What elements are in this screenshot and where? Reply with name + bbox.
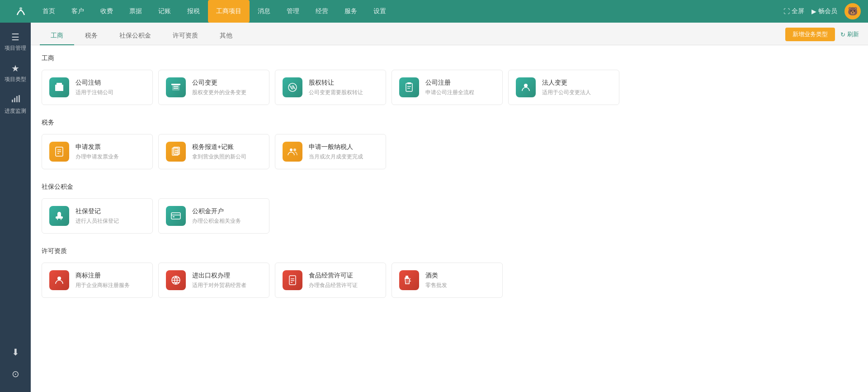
refresh-icon: ↻	[840, 31, 845, 38]
nav-item-工商项目[interactable]: 工商项目	[208, 0, 250, 23]
tab-社保公积金[interactable]: 社保公积金	[108, 27, 162, 45]
card-酒类[interactable]: 酒类零售批发	[392, 263, 503, 298]
sidebar-item-project-management[interactable]: ☰ 项目管理	[0, 26, 31, 57]
nav-item-经营[interactable]: 经营	[307, 0, 336, 23]
nav-item-票据[interactable]: 票据	[121, 0, 150, 23]
tabs-right: 新增业务类型 ↻ 刷新	[785, 28, 859, 41]
tab-其他[interactable]: 其他	[209, 27, 243, 45]
svg-rect-42	[406, 276, 408, 277]
tab-税务[interactable]: 税务	[74, 27, 108, 45]
svg-rect-38	[289, 276, 296, 285]
section-税务: 税务申请发票办理申请发票业务税务报道+记账拿到营业执照的新公司申请一般纳税人当月…	[42, 119, 857, 169]
sidebar-download-button[interactable]: ⬇	[0, 341, 31, 363]
card-desc: 当月或次月成变更完成	[309, 153, 363, 161]
card-text: 公积金开户办理公积金相关业务	[192, 207, 241, 225]
card-name: 公积金开户	[192, 207, 241, 215]
card-icon	[49, 206, 69, 226]
cards-grid: 申请发票办理申请发票业务税务报道+记账拿到营业执照的新公司申请一般纳税人当月或次…	[42, 134, 857, 169]
card-申请发票[interactable]: 申请发票办理申请发票业务	[42, 134, 153, 169]
card-股权转让[interactable]: $股权转让公司变更需要股权转让	[275, 70, 386, 105]
card-商标注册[interactable]: 商标注册用于企业商标注册服务	[42, 263, 153, 298]
nav-item-记账[interactable]: 记账	[150, 0, 179, 23]
section-社保公积金: 社保公积金社保登记进行人员社保登记公积金开户办理公积金相关业务	[42, 183, 857, 234]
tab-工商[interactable]: 工商	[40, 27, 74, 45]
nav-right-area: ⛶ 全屏 ▶ 畅会员 🐻	[783, 3, 861, 19]
section-工商: 工商公司注销适用于注销公司公司变更股权变更外的业务变更$股权转让公司变更需要股权…	[42, 54, 857, 105]
card-desc: 适用于对外贸易经营者	[192, 282, 246, 289]
card-name: 申请一般纳税人	[309, 143, 363, 151]
card-社保登记[interactable]: 社保登记进行人员社保登记	[42, 198, 153, 234]
nav-item-报税[interactable]: 报税	[179, 0, 208, 23]
sidebar-item-progress-monitor[interactable]: 进度监测	[0, 89, 31, 120]
card-text: 股权转让公司变更需要股权转让	[309, 79, 363, 96]
svg-rect-3	[16, 96, 18, 102]
card-icon	[49, 77, 69, 97]
svg-text:$: $	[291, 85, 294, 90]
card-icon	[283, 142, 302, 162]
card-公司注册[interactable]: 公司注册申请公司注册全流程	[392, 70, 503, 105]
settings-icon: ⊙	[12, 368, 19, 379]
cards-grid: 商标注册用于企业商标注册服务进出口权办理适用于对外贸易经营者食品经营许可证办理食…	[42, 263, 857, 298]
card-食品经营许可证[interactable]: 食品经营许可证办理食品经营许可证	[275, 263, 386, 298]
svg-point-18	[524, 84, 528, 87]
svg-rect-30	[171, 213, 180, 219]
refresh-button[interactable]: ↻ 刷新	[840, 30, 859, 38]
card-desc: 适用于注销公司	[75, 89, 113, 96]
svg-point-0	[19, 7, 22, 10]
card-text: 公司注册申请公司注册全流程	[425, 79, 474, 96]
card-name: 酒类	[425, 272, 447, 280]
card-text: 食品经营许可证办理食品经营许可证	[309, 272, 358, 289]
card-税务报道+记账[interactable]: 税务报道+记账拿到营业执照的新公司	[158, 134, 269, 169]
svg-rect-8	[60, 86, 61, 88]
nav-item-消息[interactable]: 消息	[250, 0, 278, 23]
nav-item-首页[interactable]: 首页	[34, 0, 63, 23]
card-desc: 进行人员社保登记	[75, 217, 119, 225]
nav-item-客户[interactable]: 客户	[63, 0, 92, 23]
card-icon	[166, 270, 186, 290]
nav-item-管理[interactable]: 管理	[278, 0, 307, 23]
svg-rect-6	[57, 83, 62, 86]
mascot-icon: 🐻	[844, 3, 861, 19]
card-text: 酒类零售批发	[425, 272, 447, 289]
svg-rect-11	[171, 84, 180, 85]
card-icon	[166, 206, 186, 226]
nav-item-服务[interactable]: 服务	[336, 0, 365, 23]
card-icon	[283, 270, 302, 290]
card-name: 公司变更	[192, 79, 246, 87]
svg-rect-32	[173, 216, 175, 217]
tab-许可资质[interactable]: 许可资质	[162, 27, 209, 45]
card-进出口权办理[interactable]: 进出口权办理适用于对外贸易经营者	[158, 263, 269, 298]
card-name: 公司注销	[75, 79, 113, 87]
card-name: 税务报道+记账	[192, 143, 246, 151]
card-desc: 申请公司注册全流程	[425, 89, 474, 96]
nav-item-设置[interactable]: 设置	[365, 0, 394, 23]
card-icon	[399, 270, 419, 290]
svg-point-27	[290, 148, 292, 151]
vip-button[interactable]: ▶ 畅会员	[811, 7, 837, 15]
card-text: 社保登记进行人员社保登记	[75, 207, 119, 225]
card-desc: 公司变更需要股权转让	[309, 89, 363, 96]
sidebar-settings-button[interactable]: ⊙	[0, 363, 31, 385]
card-icon	[166, 77, 186, 97]
card-申请一般纳税人[interactable]: 申请一般纳税人当月或次月成变更完成	[275, 134, 386, 169]
sidebar-item-project-type[interactable]: ★ 项目类型	[0, 57, 31, 89]
card-公司变更[interactable]: 公司变更股权变更外的业务变更	[158, 70, 269, 105]
card-desc: 零售批发	[425, 282, 447, 289]
nav-item-收费[interactable]: 收费	[92, 0, 121, 23]
new-type-button[interactable]: 新增业务类型	[785, 28, 835, 41]
section-title: 税务	[42, 119, 857, 127]
section-title: 工商	[42, 54, 857, 62]
card-name: 公司注册	[425, 79, 474, 87]
card-公司注销[interactable]: 公司注销适用于注销公司	[42, 70, 153, 105]
main-content: 工商公司注销适用于注销公司公司变更股权变更外的业务变更$股权转让公司变更需要股权…	[31, 45, 868, 392]
fullscreen-button[interactable]: ⛶ 全屏	[783, 7, 804, 15]
cards-grid: 社保登记进行人员社保登记公积金开户办理公积金相关业务	[42, 198, 857, 234]
svg-line-45	[409, 278, 410, 279]
card-desc: 办理公积金相关业务	[192, 217, 241, 225]
card-公积金开户[interactable]: 公积金开户办理公积金相关业务	[158, 198, 269, 234]
section-title: 社保公积金	[42, 183, 857, 191]
card-desc: 办理申请发票业务	[75, 153, 119, 161]
card-法人变更[interactable]: 法人变更适用于公司变更法人	[508, 70, 619, 105]
svg-rect-1	[12, 100, 13, 102]
card-desc: 拿到营业执照的新公司	[192, 153, 246, 161]
